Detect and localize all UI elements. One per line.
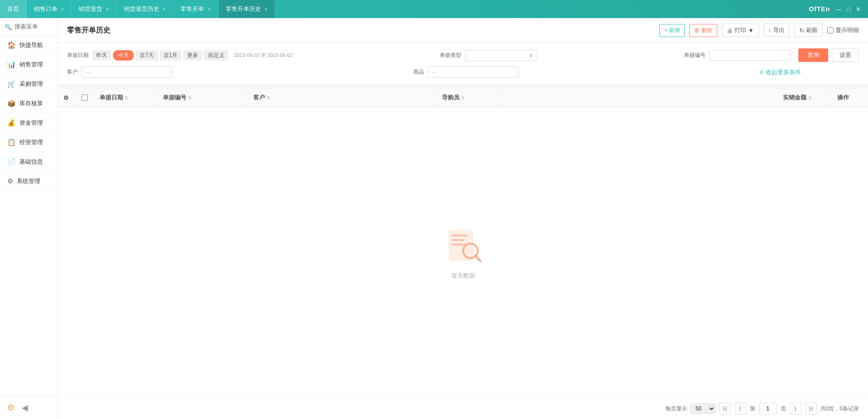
date-btn-custom[interactable]: 自定义 bbox=[204, 50, 228, 61]
tab-return-history-close[interactable]: × bbox=[163, 6, 166, 12]
th-customer-sort[interactable]: ⇅ bbox=[266, 95, 270, 100]
purchase-icon: 🛒 bbox=[7, 80, 16, 88]
page-size-label: 每页显示 bbox=[665, 405, 687, 413]
set-button[interactable]: 设置 bbox=[832, 48, 859, 62]
sidebar-gear-btn[interactable]: ⚙ bbox=[7, 403, 14, 413]
sidebar-item-system[interactable]: ⚙ 系统管理 bbox=[0, 172, 57, 191]
collapse-filter-btn[interactable]: ∧ 收起更多条件 bbox=[759, 68, 801, 76]
tab-home[interactable]: 首页 bbox=[0, 0, 27, 18]
th-num: 单据编号 ⇅ bbox=[157, 89, 248, 106]
empty-state: 暂无数据 bbox=[441, 226, 486, 280]
main-layout: 🔍 搜索采单 🏠 快捷导航 📊 销售管理 🛒 采购管理 📦 库存核算 💰 资金管… bbox=[0, 18, 868, 419]
print-label: 打印 bbox=[735, 26, 746, 34]
customer-select[interactable]: ··· bbox=[81, 66, 172, 78]
page-number-input[interactable] bbox=[759, 403, 777, 414]
th-check bbox=[76, 90, 94, 105]
sidebar-item-inventory[interactable]: 📦 库存核算 bbox=[0, 94, 57, 113]
tab-return-history-label: 销货退货历史 bbox=[124, 5, 159, 13]
date-btn-1month[interactable]: 近1月 bbox=[160, 50, 182, 61]
system-icon: ⚙ bbox=[7, 177, 13, 185]
select-all-checkbox[interactable] bbox=[81, 94, 88, 101]
th-date-label: 单据日期 bbox=[100, 94, 123, 102]
sidebar-item-sales-label: 销售管理 bbox=[19, 61, 43, 69]
th-num-sort[interactable]: ⇅ bbox=[188, 95, 191, 100]
sidebar-item-sales[interactable]: 📊 销售管理 bbox=[0, 55, 57, 75]
prev-page-btn[interactable]: ⟨ bbox=[735, 403, 746, 414]
th-action: 操作 bbox=[832, 89, 868, 106]
total-info: 共0页，0条记录 bbox=[821, 405, 859, 413]
header-actions: + 新增 🗑 删除 🖨 打印 ▼ ↑ 导出 ↻ 刷新 显示明细 bbox=[659, 24, 859, 37]
refresh-icon: ↻ bbox=[799, 27, 804, 34]
sidebar-item-operation-label: 经营管理 bbox=[19, 138, 43, 146]
goods-select[interactable]: ··· bbox=[428, 66, 518, 78]
svg-rect-3 bbox=[451, 244, 466, 245]
th-customer-label: 客户 bbox=[253, 94, 265, 102]
doc-num-input[interactable] bbox=[709, 50, 791, 61]
page-title: 零售开单历史 bbox=[67, 26, 110, 35]
th-date-sort[interactable]: ⇅ bbox=[124, 95, 128, 100]
date-btn-yesterday[interactable]: 昨天 bbox=[92, 50, 111, 61]
tab-return-history[interactable]: 销货退货历史 × bbox=[117, 0, 173, 18]
th-amount-sort[interactable]: ⇅ bbox=[808, 95, 811, 100]
table-body: 暂无数据 bbox=[58, 107, 868, 398]
tab-return[interactable]: 销货退货 × bbox=[71, 0, 116, 18]
tab-retail-history[interactable]: 零售开单历史 × bbox=[218, 0, 275, 18]
finance-icon: 💰 bbox=[7, 119, 16, 127]
window-close-btn[interactable]: ✕ bbox=[856, 6, 861, 13]
customer-label: 客户 bbox=[67, 68, 78, 76]
maximize-btn[interactable]: □ bbox=[847, 6, 850, 13]
table-area: ⚙ 单据日期 ⇅ 单据编号 ⇅ 客户 ⇅ 导购员 bbox=[58, 89, 868, 398]
svg-rect-1 bbox=[451, 235, 467, 236]
sidebar-item-purchase-label: 采购管理 bbox=[19, 80, 43, 88]
query-button[interactable]: 查询 bbox=[798, 48, 828, 62]
page-size-select[interactable]: 50 10 20 100 bbox=[691, 404, 716, 414]
sidebar-item-basic-info[interactable]: 📄 基础信息 bbox=[0, 152, 57, 172]
sidebar-item-finance[interactable]: 💰 资金管理 bbox=[0, 113, 57, 133]
first-page-btn[interactable]: ⟨⟨ bbox=[719, 403, 731, 414]
th-settings: ⚙ bbox=[58, 90, 76, 106]
filter-row-1: 单据日期 昨天 今天 近7天 近1月 更多 自定义 2023-06-02 至 2… bbox=[67, 48, 859, 62]
tab-home-label: 首页 bbox=[7, 5, 19, 13]
minimize-btn[interactable]: — bbox=[835, 6, 841, 13]
tab-sales-order[interactable]: 销售订单 × bbox=[27, 0, 71, 18]
doc-type-select[interactable]: ∨ bbox=[465, 50, 537, 61]
tab-retail-open[interactable]: 零售开单 × bbox=[173, 0, 218, 18]
date-btn-today[interactable]: 今天 bbox=[113, 50, 134, 61]
tab-return-close[interactable]: × bbox=[106, 6, 109, 12]
tab-sales-order-close[interactable]: × bbox=[61, 6, 64, 12]
search-icon: 🔍 bbox=[5, 24, 12, 30]
sidebar: 🔍 搜索采单 🏠 快捷导航 📊 销售管理 🛒 采购管理 📦 库存核算 💰 资金管… bbox=[0, 18, 58, 419]
th-guide-sort[interactable]: ⇅ bbox=[461, 95, 465, 100]
th-guide-label: 导购员 bbox=[442, 94, 460, 102]
last-page-btn[interactable]: ⟩⟩ bbox=[805, 403, 817, 414]
pagination-bar: 每页显示 50 10 20 100 ⟨⟨ ⟨ 第 页 ⟩ ⟩⟩ 共0页，0条记录 bbox=[58, 398, 868, 419]
tab-retail-open-close[interactable]: × bbox=[208, 6, 210, 12]
top-bar-right: OfTEn — □ ✕ bbox=[802, 5, 868, 13]
filter-row-2: 客户 ··· 商品 ··· ∧ 收起更多条件 bbox=[67, 66, 859, 78]
table-settings-icon[interactable]: ⚙ bbox=[63, 94, 69, 101]
sidebar-item-purchase[interactable]: 🛒 采购管理 bbox=[0, 75, 57, 94]
show-detail-toggle[interactable]: 显示明细 bbox=[827, 26, 859, 34]
date-btn-more[interactable]: 更多 bbox=[183, 50, 202, 61]
date-range: 2023-06-02 至 2023-06-02 bbox=[234, 52, 293, 59]
customer-placeholder: ··· bbox=[85, 69, 90, 75]
sidebar-item-operation[interactable]: 📋 经营管理 bbox=[0, 133, 57, 152]
table-header: ⚙ 单据日期 ⇅ 单据编号 ⇅ 客户 ⇅ 导购员 bbox=[58, 89, 868, 107]
date-btn-7days[interactable]: 近7天 bbox=[136, 50, 158, 61]
next-page-btn[interactable]: ⟩ bbox=[790, 403, 802, 414]
print-button[interactable]: 🖨 打印 ▼ bbox=[722, 24, 759, 37]
print-icon: 🖨 bbox=[727, 27, 733, 34]
sidebar-collapse-btn[interactable]: ◀ bbox=[22, 403, 28, 413]
page-label-post: 页 bbox=[781, 405, 786, 413]
sidebar-item-quick-nav[interactable]: 🏠 快捷导航 bbox=[0, 36, 57, 55]
inventory-icon: 📦 bbox=[7, 99, 16, 108]
export-button[interactable]: ↑ 导出 bbox=[764, 24, 790, 37]
tab-retail-history-close[interactable]: × bbox=[265, 6, 267, 12]
delete-button[interactable]: 🗑 删除 bbox=[689, 24, 717, 37]
sidebar-search[interactable]: 🔍 搜索采单 bbox=[0, 18, 57, 36]
th-amount-label: 实销金额 bbox=[783, 94, 806, 102]
show-detail-checkbox[interactable] bbox=[827, 27, 834, 33]
add-button[interactable]: + 新增 bbox=[659, 24, 685, 37]
doc-num-label: 单据编号 bbox=[684, 52, 706, 59]
refresh-button[interactable]: ↻ 刷新 bbox=[794, 24, 823, 37]
